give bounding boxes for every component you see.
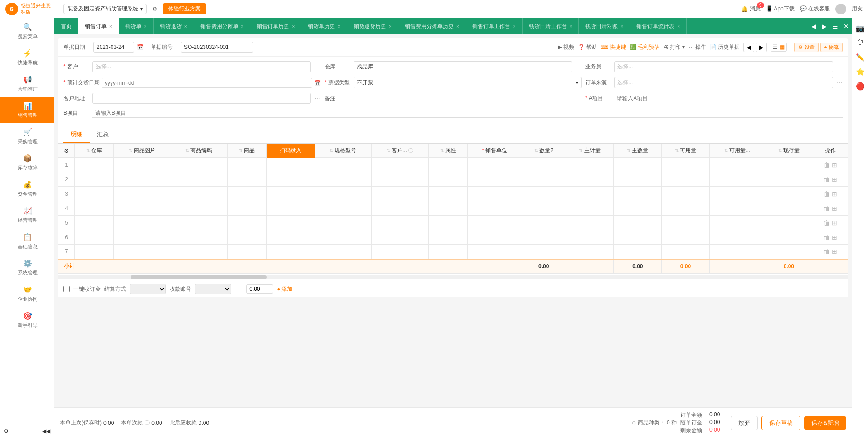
tab-goods-history[interactable]: 销货单历史 × (301, 18, 347, 34)
delete-icon[interactable]: 🗑 (824, 234, 830, 241)
tab-next-btn[interactable]: ▶ (819, 18, 829, 34)
right-panel-star-icon[interactable]: ⭐ (854, 65, 867, 78)
sidebar-item-baseinfo[interactable]: 📋 基础信息 (0, 228, 54, 255)
tab-close-icon[interactable]: × (338, 24, 340, 29)
delete-icon[interactable]: 🗑 (824, 190, 830, 197)
one-key-payment-checkbox[interactable] (63, 286, 70, 292)
history-action[interactable]: 📄 历史单据 (710, 43, 740, 51)
invoice-select[interactable]: 不开票 ▾ (354, 77, 582, 88)
tab-order-workbench[interactable]: 销售订单工作台 × (466, 18, 523, 34)
sidebar-settings-icon[interactable]: ⚙ (4, 428, 9, 434)
delete-icon[interactable]: 🗑 (824, 219, 830, 226)
sidebar-item-system[interactable]: ⚙️ 系统管理 (0, 255, 54, 281)
th-spec[interactable]: ⇅ 规格型号 (315, 144, 371, 158)
copy-icon[interactable]: ⊞ (832, 219, 837, 226)
save-draft-btn[interactable]: 保存草稿 (761, 416, 800, 430)
tab-daily-workbench[interactable]: 钱货日清工作台 × (523, 18, 579, 34)
th-avail-qty[interactable]: ⇅ 可用量 (662, 144, 710, 158)
sidebar-item-guide[interactable]: 🎯 新手引导 (0, 307, 54, 333)
th-qty2[interactable]: ⇅ 数量2 (522, 144, 566, 158)
tab-detail[interactable]: 明细 (63, 127, 90, 143)
sidebar-item-finance[interactable]: 💰 资金管理 (0, 176, 54, 202)
amount-input[interactable] (246, 284, 273, 294)
th-attrs[interactable]: ⇅ 属性 (428, 144, 467, 158)
tab-order-stats[interactable]: 销售订单统计表 × (630, 18, 687, 34)
help-action[interactable]: ❓ 帮助 (578, 43, 597, 51)
tab-close-icon[interactable]: × (456, 24, 459, 29)
a-project-input[interactable] (614, 94, 843, 103)
customer-addr-input[interactable] (92, 93, 311, 104)
addr-more-icon[interactable]: ··· (315, 94, 320, 102)
tab-close-icon[interactable]: × (241, 24, 244, 29)
customer-input[interactable]: 选择... (92, 61, 311, 72)
tab-close-icon[interactable]: × (621, 24, 623, 29)
operations-action[interactable]: ⋯ 操作 (689, 43, 706, 51)
calendar-icon[interactable]: 📅 (137, 44, 144, 50)
scrollbar-track[interactable] (58, 275, 848, 279)
tab-close-icon[interactable]: × (292, 24, 295, 29)
order-source-more-icon[interactable]: ··· (837, 79, 843, 87)
sidebar-item-management[interactable]: 📈 经营管理 (0, 202, 54, 228)
tab-sales-order[interactable]: 销售订单 × (78, 18, 119, 34)
copy-icon[interactable]: ⊞ (832, 161, 837, 168)
view-toggle[interactable]: ☰ ▦ (771, 43, 787, 52)
th-product-code[interactable]: ⇅ 商品编码 (170, 144, 227, 158)
tab-close-icon[interactable]: × (570, 24, 572, 29)
tab-summary[interactable]: 汇总 (90, 127, 116, 143)
order-source-input[interactable]: 选择... (614, 77, 833, 88)
copy-icon[interactable]: ⊞ (832, 248, 837, 255)
tab-sales-expense[interactable]: 销售费用分摊单 × (194, 18, 251, 34)
add-logistics-btn[interactable]: + 物流 (820, 43, 843, 52)
tab-return-history[interactable]: 销货退货历史 × (347, 18, 398, 34)
discard-btn[interactable]: 放弃 (731, 416, 758, 430)
th-product[interactable]: ⇅ 商品 (227, 144, 266, 158)
delete-icon[interactable]: 🗑 (824, 205, 830, 212)
number-input[interactable]: SO-20230324-001 (181, 42, 253, 53)
warehouse-input[interactable]: 成品库 (354, 61, 572, 72)
copy-icon[interactable]: ⊞ (832, 234, 837, 241)
th-avail-qty2[interactable]: ⇅ 可用量... (709, 144, 765, 158)
right-panel-camera-icon[interactable]: 📷 (854, 22, 867, 34)
app-download-link[interactable]: 📱 App下载 (766, 5, 795, 13)
add-btn[interactable]: ● 添加 (277, 285, 292, 293)
th-warehouse[interactable]: ⇅ 仓库 (75, 144, 114, 158)
th-scan[interactable]: 扫码录入 (266, 144, 315, 158)
print-action[interactable]: 🖨 打印 ▾ (663, 43, 685, 51)
right-panel-alert-icon[interactable]: 🔴 (854, 80, 867, 92)
scrollbar-thumb[interactable] (131, 275, 267, 279)
sidebar-item-purchase[interactable]: 🛒 采购管理 (0, 123, 54, 149)
delete-icon[interactable]: 🗑 (824, 161, 830, 168)
tab-daily-reconcile[interactable]: 钱货日清对账 × (579, 18, 630, 34)
notification-area[interactable]: 🔔 9 消息 (741, 5, 761, 13)
customer-more-icon[interactable]: ··· (315, 63, 320, 71)
tab-expense-history[interactable]: 销售费用分摊单历史 × (398, 18, 466, 34)
sidebar-item-sales[interactable]: 📊 销售管理 (0, 97, 54, 123)
delete-icon[interactable]: 🗑 (824, 176, 830, 183)
tab-close-all-btn[interactable]: ✕ (841, 18, 852, 34)
shortcut-action[interactable]: ⌨ 快捷键 (601, 43, 626, 51)
warehouse-more-icon[interactable]: ··· (576, 63, 582, 71)
tab-close-icon[interactable]: × (109, 24, 112, 29)
th-product-image[interactable]: ⇅ 商品图片 (113, 144, 170, 158)
copy-icon[interactable]: ⊞ (832, 190, 837, 197)
staff-input[interactable]: 选择... (614, 61, 833, 72)
prev-record-btn[interactable]: ◀ (743, 43, 754, 52)
tab-close-icon[interactable]: × (677, 24, 680, 29)
th-main-unit[interactable]: ⇅ 主计量 (566, 144, 614, 158)
b-project-input[interactable] (92, 108, 843, 118)
tab-close-icon[interactable]: × (144, 24, 147, 29)
tab-sales-return[interactable]: 销货退货 × (154, 18, 194, 34)
profit-action[interactable]: 💹 毛利预估 (630, 43, 659, 51)
sidebar-item-quicknav[interactable]: ⚡ 快捷导航 (0, 44, 54, 71)
industry-btn[interactable]: 体验行业方案 (163, 3, 206, 14)
th-settings[interactable]: ⚙ (58, 144, 75, 158)
system-selector[interactable]: 装备及固定资产辅助管理系统 ▾ (63, 4, 147, 14)
delete-icon[interactable]: 🗑 (824, 248, 830, 255)
tab-prev-btn[interactable]: ◀ (809, 18, 819, 34)
staff-more-icon[interactable]: ··· (837, 63, 843, 71)
tab-menu-btn[interactable]: ☰ (829, 18, 841, 34)
date-input[interactable]: 2023-03-24 (93, 42, 134, 53)
save-new-btn[interactable]: 保存&新增 (804, 416, 846, 430)
th-stock-qty[interactable]: ⇅ 现存量 (765, 144, 813, 158)
sidebar-item-collab[interactable]: 🤝 企业协同 (0, 281, 54, 307)
